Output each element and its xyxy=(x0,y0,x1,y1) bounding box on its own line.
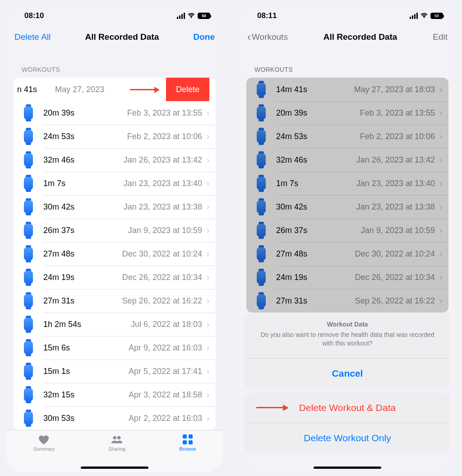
workout-date: Dec 26, 2022 at 10:34 xyxy=(74,273,207,282)
workout-row[interactable]: 24m 53s Feb 2, 2023 at 10:06 › xyxy=(14,125,216,148)
workout-duration: 20m 39s xyxy=(43,108,74,118)
status-bar: 08:11 58 xyxy=(239,4,456,24)
chevron-right-icon: › xyxy=(207,179,209,188)
workout-date: Feb 2, 2023 at 10:06 xyxy=(307,132,439,141)
workout-duration: 32m 46s xyxy=(276,155,307,165)
workout-row[interactable]: 24m 53s Feb 2, 2023 at 10:06 › xyxy=(246,125,448,148)
workout-row[interactable]: 30m 53s Apr 2, 2022 at 16:03 › xyxy=(14,406,216,430)
workout-row[interactable]: 20m 39s Feb 3, 2023 at 13:55 › xyxy=(14,101,216,125)
arrow-annotation-icon xyxy=(130,86,160,93)
apple-watch-icon xyxy=(246,130,276,143)
workout-date: Feb 2, 2023 at 10:06 xyxy=(74,132,207,141)
chevron-right-icon: › xyxy=(207,343,209,353)
workout-row[interactable]: 26m 37s Jan 9, 2023 at 10:59 › xyxy=(14,219,216,242)
workout-row[interactable]: 1h 2m 54s Jul 6, 2022 at 18:03 › xyxy=(14,313,216,336)
cancel-button[interactable]: Cancel xyxy=(245,359,450,388)
chevron-right-icon: › xyxy=(439,249,442,259)
apple-watch-icon xyxy=(246,271,276,284)
chevron-right-icon: › xyxy=(207,414,209,423)
workout-duration: 30m 53s xyxy=(43,414,74,423)
status-bar: 08:10 58 xyxy=(6,4,223,24)
chevron-right-icon: › xyxy=(207,390,209,400)
svg-rect-3 xyxy=(189,434,193,439)
delete-all-button[interactable]: Delete All xyxy=(14,32,51,42)
chevron-right-icon: › xyxy=(207,249,209,259)
workout-row[interactable]: 30m 42s Jan 23, 2023 at 13:38 › xyxy=(14,195,216,219)
wifi-icon xyxy=(187,13,195,19)
workout-duration: 24m 53s xyxy=(276,132,307,141)
edit-button[interactable]: Edit xyxy=(433,32,448,42)
workout-row[interactable]: 20m 39s Feb 3, 2023 at 13:55 › xyxy=(246,101,448,125)
workout-date: Dec 30, 2022 at 10:24 xyxy=(307,249,439,259)
chevron-right-icon: › xyxy=(207,296,209,306)
chevron-right-icon: › xyxy=(207,202,209,212)
svg-rect-2 xyxy=(183,434,187,439)
apple-watch-icon xyxy=(246,154,276,166)
workout-row[interactable]: 26m 37s Jan 9, 2023 at 10:59 › xyxy=(246,219,448,242)
phone-left: 08:10 58 Delete All All Recorded Data Do… xyxy=(6,4,223,472)
workout-row[interactable]: 30m 42s Jan 23, 2023 at 13:38 › xyxy=(246,195,448,219)
workout-duration: 30m 42s xyxy=(43,202,74,212)
back-button[interactable]: ‹Workouts xyxy=(247,32,288,42)
workout-duration: 32m 15s xyxy=(43,390,74,400)
workout-row[interactable]: 32m 15s Apr 3, 2022 at 18:58 › xyxy=(14,383,216,406)
workout-list-container[interactable]: WORKOUTS n 41s May 27, 2023 Delete 20m 3… xyxy=(6,50,223,472)
workout-row[interactable]: 27m 31s Sep 26, 2022 at 16:22 › xyxy=(246,289,448,313)
workout-row[interactable]: 27m 31s Sep 26, 2022 at 16:22 › xyxy=(14,289,216,313)
done-button[interactable]: Done xyxy=(194,32,215,42)
chevron-right-icon: › xyxy=(439,132,442,141)
svg-point-0 xyxy=(113,436,116,439)
home-indicator[interactable] xyxy=(81,467,148,469)
status-right: 58 xyxy=(410,13,443,19)
workout-duration: 32m 46s xyxy=(43,155,74,165)
nav-bar: Delete All All Recorded Data Done xyxy=(6,24,223,50)
workout-row[interactable]: 32m 46s Jan 26, 2023 at 13:42 › xyxy=(246,148,448,172)
chevron-right-icon: › xyxy=(207,320,209,329)
apple-watch-icon xyxy=(14,294,43,307)
chevron-right-icon: › xyxy=(439,179,442,188)
workout-date: Feb 3, 2023 at 13:55 xyxy=(74,108,207,118)
workout-duration: 1m 7s xyxy=(276,179,298,188)
workout-duration: 20m 39s xyxy=(276,108,307,118)
apple-watch-icon xyxy=(14,412,43,425)
workout-date: Jan 26, 2023 at 13:42 xyxy=(307,155,439,165)
chevron-right-icon: › xyxy=(207,226,209,235)
workout-row[interactable]: 15m 1s Apr 5, 2022 at 17:41 › xyxy=(14,359,216,383)
workout-row[interactable]: 32m 46s Jan 26, 2023 at 13:42 › xyxy=(14,148,216,172)
workout-date: Jan 23, 2023 at 13:40 xyxy=(298,179,439,188)
tab-summary[interactable]: Summary xyxy=(33,434,55,472)
workout-date: Jan 9, 2023 at 10:59 xyxy=(74,226,207,235)
workout-row[interactable]: 1m 7s Jan 23, 2023 at 13:40 › xyxy=(246,172,448,195)
action-sheet-group: Delete Workout & Data Delete Workout Onl… xyxy=(245,393,450,453)
workout-duration: 15m 1s xyxy=(43,367,70,376)
apple-watch-icon xyxy=(246,177,276,190)
svg-rect-4 xyxy=(183,440,187,444)
delete-workout-only-button[interactable]: Delete Workout Only xyxy=(245,423,450,453)
action-sheet-group: Workout Data Do you also want to remove … xyxy=(245,313,450,388)
workout-duration: 14m 41s xyxy=(276,85,307,94)
workout-duration: 27m 48s xyxy=(43,249,74,259)
apple-watch-icon xyxy=(14,365,43,378)
workout-date: Feb 3, 2023 at 13:55 xyxy=(307,108,439,118)
workout-row[interactable]: 27m 48s Dec 30, 2022 at 10:24 › xyxy=(246,242,448,266)
delete-swipe-button[interactable]: Delete xyxy=(166,78,209,101)
workout-row[interactable]: 24m 19s Dec 26, 2022 at 10:34 › xyxy=(246,266,448,289)
workout-row-swiped[interactable]: n 41s May 27, 2023 Delete xyxy=(14,78,216,101)
section-header: WORKOUTS xyxy=(239,50,456,78)
workout-row[interactable]: 15m 6s Apr 9, 2022 at 16:03 › xyxy=(14,336,216,359)
workout-duration: 24m 19s xyxy=(43,273,74,282)
workout-row[interactable]: 1m 7s Jan 23, 2023 at 13:40 › xyxy=(14,172,216,195)
status-time: 08:10 xyxy=(24,11,44,20)
chevron-right-icon: › xyxy=(439,226,442,235)
workout-date: Dec 26, 2022 at 10:34 xyxy=(307,273,439,282)
workout-row[interactable]: 14m 41s May 27, 2023 at 18:03 › xyxy=(246,78,448,101)
tab-browse[interactable]: Browse xyxy=(180,434,196,472)
workout-row[interactable]: 24m 19s Dec 26, 2022 at 10:34 › xyxy=(14,266,216,289)
delete-workout-and-data-button[interactable]: Delete Workout & Data xyxy=(245,393,450,423)
workout-row[interactable]: 27m 48s Dec 30, 2022 at 10:24 › xyxy=(14,242,216,266)
workout-date: Jan 9, 2023 at 10:59 xyxy=(307,226,439,235)
home-indicator[interactable] xyxy=(314,467,381,469)
apple-watch-icon xyxy=(246,83,276,96)
svg-rect-5 xyxy=(189,440,193,444)
workout-date: Jan 23, 2023 at 13:40 xyxy=(65,179,207,188)
